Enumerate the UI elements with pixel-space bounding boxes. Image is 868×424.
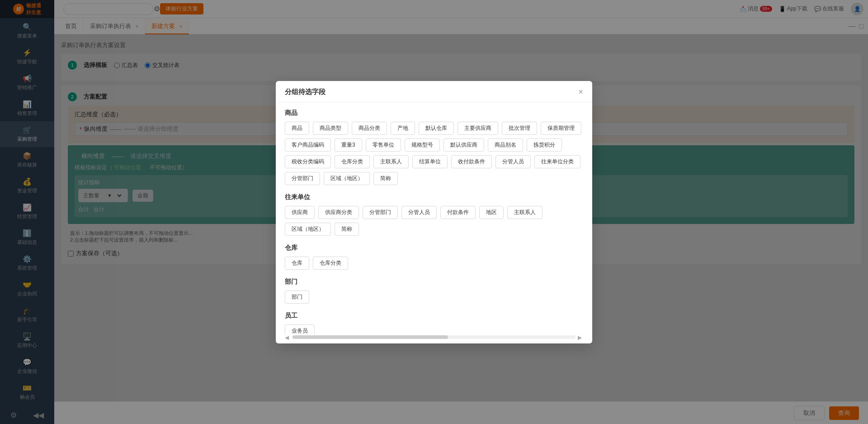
field-tag-managing-person2[interactable]: 分管人员 xyxy=(401,206,437,219)
field-tag-product-type[interactable]: 商品类型 xyxy=(313,122,348,135)
modal-scrollbar-track[interactable] xyxy=(292,335,576,339)
field-tag-main-supplier[interactable]: 主要供应商 xyxy=(458,122,498,135)
modal-dialog: 分组待选字段 × 商品 商品 商品类型 商品分类 产地 默认仓库 主要供应商 批… xyxy=(276,81,592,343)
field-tag-partner-category[interactable]: 往来单位分类 xyxy=(534,155,580,168)
group-title-warehouse: 仓库 xyxy=(285,244,583,252)
field-tag-region2[interactable]: 地区 xyxy=(479,206,504,219)
field-group-warehouse: 仓库 仓库 仓库分类 xyxy=(285,244,583,270)
field-group-product: 商品 商品 商品类型 商品分类 产地 默认仓库 主要供应商 批次管理 保质期管理… xyxy=(285,109,583,185)
field-tag-spec-model[interactable]: 规格型号 xyxy=(405,138,440,152)
partner-field-tags: 供应商 供应商分类 分管部门 分管人员 付款条件 地区 主联系人 区域（地区） … xyxy=(285,206,583,236)
field-tag-customer-code[interactable]: 客户商品编码 xyxy=(285,138,331,152)
group-title-product: 商品 xyxy=(285,109,583,117)
group-title-employee: 员工 xyxy=(285,312,583,320)
scrollbar-left-arrow[interactable]: ◀ xyxy=(285,334,290,340)
field-tag-default-warehouse[interactable]: 默认仓库 xyxy=(419,122,454,135)
field-tag-pick-score[interactable]: 拣货积分 xyxy=(527,138,562,152)
field-tag-region-area2[interactable]: 区域（地区） xyxy=(285,223,331,236)
modal-overlay: 分组待选字段 × 商品 商品 商品类型 商品分类 产地 默认仓库 主要供应商 批… xyxy=(0,0,868,424)
warehouse-field-tags: 仓库 仓库分类 xyxy=(285,257,583,270)
field-tag-dept[interactable]: 部门 xyxy=(285,291,309,304)
field-tag-weight3[interactable]: 重量3 xyxy=(335,138,362,152)
field-tag-payment-terms[interactable]: 收付款条件 xyxy=(451,155,492,168)
field-tag-main-contact2[interactable]: 主联系人 xyxy=(507,206,542,219)
field-tag-managing-dept2[interactable]: 分管部门 xyxy=(363,206,398,219)
group-title-dept: 部门 xyxy=(285,278,583,286)
field-tag-tax-code[interactable]: 税收分类编码 xyxy=(285,155,331,168)
field-tag-salesperson[interactable]: 业务员 xyxy=(285,324,315,334)
field-tag-shelf-life[interactable]: 保质期管理 xyxy=(541,122,581,135)
field-tag-product-alias[interactable]: 商品别名 xyxy=(488,138,523,152)
field-tag-settlement-unit[interactable]: 结算单位 xyxy=(412,155,448,168)
field-tag-origin[interactable]: 产地 xyxy=(391,122,415,135)
modal-body[interactable]: 商品 商品 商品类型 商品分类 产地 默认仓库 主要供应商 批次管理 保质期管理… xyxy=(276,102,592,334)
field-tag-payment-cond[interactable]: 付款条件 xyxy=(440,206,476,219)
employee-field-tags: 业务员 xyxy=(285,324,583,334)
field-tag-dept-manager[interactable]: 分管人员 xyxy=(495,155,531,168)
dept-field-tags: 部门 xyxy=(285,291,583,304)
modal-scrollbar-thumb xyxy=(292,335,448,339)
field-tag-main-contact[interactable]: 主联系人 xyxy=(373,155,409,168)
field-tag-warehouse-cat[interactable]: 仓库分类 xyxy=(313,257,348,270)
field-tag-region-area[interactable]: 区域（地区） xyxy=(324,172,370,185)
field-tag-product-category[interactable]: 商品分类 xyxy=(352,122,387,135)
modal-close-button[interactable]: × xyxy=(578,88,583,96)
field-group-employee: 员工 业务员 xyxy=(285,312,583,334)
field-tag-managing-dept[interactable]: 分管部门 xyxy=(285,172,320,185)
field-tag-product[interactable]: 商品 xyxy=(285,122,309,135)
group-title-partner: 往来单位 xyxy=(285,193,583,201)
modal-header: 分组待选字段 × xyxy=(276,81,592,102)
field-tag-short-name[interactable]: 简称 xyxy=(373,172,398,185)
field-tag-warehouse[interactable]: 仓库 xyxy=(285,257,309,270)
field-tag-supplier[interactable]: 供应商 xyxy=(285,206,315,219)
field-tag-retail-unit[interactable]: 零售单位 xyxy=(366,138,401,152)
field-tag-short-name2[interactable]: 简称 xyxy=(335,223,359,236)
product-field-tags: 商品 商品类型 商品分类 产地 默认仓库 主要供应商 批次管理 保质期管理 客户… xyxy=(285,122,583,185)
scrollbar-right-arrow[interactable]: ▶ xyxy=(578,334,583,340)
field-group-partner: 往来单位 供应商 供应商分类 分管部门 分管人员 付款条件 地区 主联系人 区域… xyxy=(285,193,583,236)
field-group-dept: 部门 部门 xyxy=(285,278,583,304)
modal-scrollbar-container: ◀ ▶ xyxy=(276,334,592,343)
field-tag-default-supplier[interactable]: 默认供应商 xyxy=(443,138,484,152)
field-tag-supplier-category[interactable]: 供应商分类 xyxy=(318,206,359,219)
modal-title: 分组待选字段 xyxy=(285,88,326,96)
field-tag-warehouse-category[interactable]: 仓库分类 xyxy=(335,155,370,168)
field-tag-batch-mgmt[interactable]: 批次管理 xyxy=(502,122,537,135)
